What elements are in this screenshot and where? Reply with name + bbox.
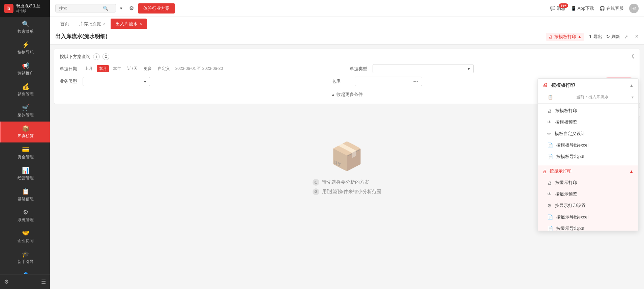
item-custom-icon: ✏ [547, 131, 551, 136]
tab-inventory-batch[interactable]: 库存批次账 × [74, 19, 111, 29]
apps-icon: 🔷 [22, 271, 29, 274]
dropdown-panel-scroll: 🖨 按模板打印 ▲ 📋 当前：出入库流水 ▾ 🖨 按模板打印 [538, 79, 638, 231]
sidebar-item-label: 资金管理 [18, 154, 34, 160]
header-search-box[interactable]: 🔍 [55, 4, 116, 12]
tab-home[interactable]: 首页 [55, 19, 74, 29]
empty-step-2-text: 用[过滤]条件来缩小分析范围 [322, 189, 381, 195]
dropdown-item-display-excel[interactable]: 📄 按显示导出excel [538, 211, 638, 223]
online-service-btn[interactable]: 🎧 在线客服 [599, 5, 624, 11]
app-name: 畅捷通好生意 [16, 3, 40, 9]
search-menu-icon: 🔍 [22, 20, 29, 28]
dropdown-item-display-print[interactable]: 🖨 按显示打印 [538, 177, 638, 188]
item-label: 按显示打印设置 [555, 203, 586, 209]
sidebar-item-system[interactable]: ⚙ 系统管理 [0, 205, 50, 226]
dropdown-item-template-custom[interactable]: ✏ 模板自定义设计 [538, 128, 638, 139]
sidebar-settings-icon[interactable]: ⚙ [4, 279, 9, 285]
date-more[interactable]: 更多 [142, 65, 154, 72]
date-custom[interactable]: 自定义 [156, 65, 172, 72]
close-page-btn[interactable]: × [635, 33, 639, 40]
content-area: 按以下方案查询 + ⚙ 《 单据日期 上月 本月 本年 近7天 更多 [50, 45, 644, 289]
display-print-icon2: 🖨 [547, 180, 552, 185]
template-print-btn[interactable]: 🖨 按模板打印 ▲ [546, 33, 585, 41]
tab-flow-label: 出入库流水 [116, 21, 138, 27]
sidebar-nav: 🔍 搜索菜单 ⚡ 快捷导航 📢 营销推广 💰 销售管理 🛒 采购管理 📦 库存核… [0, 17, 50, 274]
header-search-input[interactable] [59, 6, 103, 11]
maximize-btn[interactable]: ⤢ [624, 34, 628, 40]
app-download-btn[interactable]: 📱 App下载 [571, 5, 594, 11]
export-btn[interactable]: ⬆ 导出 [588, 34, 602, 40]
sidebar-item-search-menu[interactable]: 🔍 搜索菜单 [0, 17, 50, 38]
sidebar-item-finance[interactable]: 💳 资金管理 [0, 142, 50, 163]
dropdown-panel-title: 按模板打印 [551, 82, 575, 88]
page-actions: 🖨 按模板打印 ▲ ⬆ 导出 ↻ 刷新 ⤢ × [546, 33, 639, 41]
operations-icon: 📊 [22, 167, 29, 174]
date-this-month[interactable]: 本月 [97, 65, 109, 72]
sidebar-item-quick-nav[interactable]: ⚡ 快捷导航 [0, 38, 50, 59]
header-dropdown-btn[interactable]: ▾ [120, 6, 122, 11]
enterprise-icon: 🤝 [22, 230, 29, 237]
sidebar-item-guide[interactable]: 🎓 新手引导 [0, 247, 50, 268]
step-num-2: ② [313, 188, 319, 195]
warehouse-more-icon[interactable]: ••• [413, 79, 418, 84]
filter-title: 按以下方案查询 [60, 54, 90, 60]
export-icon: ⬆ [588, 34, 592, 39]
filter-header: 按以下方案查询 + ⚙ 《 [60, 53, 634, 60]
tab-inventory-batch-label: 库存批次账 [79, 21, 101, 27]
sidebar-item-marketing[interactable]: 📢 营销推广 [0, 59, 50, 80]
dropdown-item-template-preview[interactable]: 👁 按模板预览 [538, 116, 638, 128]
warehouse-label: 仓库 [332, 78, 352, 84]
dropdown-panel: 🖨 按模板打印 ▲ 📋 当前：出入库流水 ▾ 🖨 按模板打印 [537, 78, 639, 231]
sidebar-item-purchase[interactable]: 🛒 采购管理 [0, 101, 50, 122]
refresh-btn[interactable]: ↻ 刷新 [606, 34, 620, 40]
sidebar-item-enterprise[interactable]: 🤝 企业协同 [0, 226, 50, 247]
date-last-month[interactable]: 上月 [83, 65, 95, 72]
filter-settings-btn[interactable]: ⚙ [103, 53, 109, 60]
trial-button[interactable]: 体验行业方案 [138, 3, 175, 14]
display-preview-icon: 👁 [547, 191, 552, 197]
sidebar-item-inventory[interactable]: 📦 库存核算 [0, 122, 50, 142]
sidebar-item-label: 营销推广 [18, 71, 34, 76]
header-gear-icon[interactable]: ⚙ [129, 5, 134, 11]
purchase-icon: 🛒 [22, 104, 29, 111]
user-avatar-area[interactable]: Rit [629, 4, 639, 13]
biztype-select[interactable]: ▾ [83, 77, 150, 86]
sidebar-item-label: 经营管理 [18, 175, 34, 181]
dropdown-panel-chevron[interactable]: ▲ [630, 83, 634, 88]
filter-row-1: 单据日期 上月 本月 本年 近7天 更多 自定义 2023-06-01 至 20… [60, 64, 634, 73]
dropdown-item-template-print[interactable]: 🖨 按模板打印 [538, 105, 638, 116]
chevron-up-icon: ▲ [331, 92, 335, 97]
basics-icon: 📋 [22, 188, 29, 195]
doctype-select[interactable]: ▾ [373, 64, 474, 73]
tab-inventory-batch-close[interactable]: × [103, 22, 106, 26]
display-settings-icon: ⚙ [547, 203, 552, 208]
display-header-left: 🖨 按显示打印 [543, 168, 572, 174]
dropdown-item-display-preview[interactable]: 👁 按显示预览 [538, 188, 638, 200]
message-btn[interactable]: 💬 消息 99+ [550, 5, 565, 11]
step-num-1: ① [313, 179, 319, 186]
sales-icon: 💰 [22, 83, 29, 90]
dropdown-item-display-pdf[interactable]: 📄 按显示导出pdf [538, 223, 638, 231]
collapse-more-label: 收起更多条件 [336, 91, 363, 98]
date-last-7days[interactable]: 近7天 [125, 65, 140, 72]
filter-group-biztype: 业务类型 ▾ [60, 77, 326, 86]
warehouse-select[interactable]: ••• [355, 77, 422, 86]
filter-collapse-btn[interactable]: 《 [629, 53, 634, 60]
dropdown-item-template-pdf[interactable]: 📄 按模板导出pdf [538, 151, 638, 162]
item-label: 按显示导出excel [556, 214, 588, 220]
sidebar-item-operations[interactable]: 📊 经营管理 [0, 163, 50, 184]
sidebar-item-sales[interactable]: 💰 销售管理 [0, 80, 50, 101]
refresh-label: 刷新 [611, 34, 620, 40]
app-version: 标准版 [16, 9, 40, 14]
display-print-header[interactable]: 🖨 按显示打印 ▲ [538, 165, 638, 177]
sidebar: b 畅捷通好生意 标准版 🔍 搜索菜单 ⚡ 快捷导航 📢 营销推广 💰 销售管理… [0, 0, 50, 289]
filter-add-btn[interactable]: + [93, 53, 100, 60]
dropdown-item-template-excel[interactable]: 📄 按模板导出excel [538, 139, 638, 151]
sidebar-item-basics[interactable]: 📋 基础信息 [0, 184, 50, 205]
tab-flow[interactable]: 出入库流水 × [111, 19, 147, 29]
tab-flow-close[interactable]: × [140, 22, 142, 26]
item-label: 按模板打印 [555, 108, 577, 114]
sidebar-menu-icon[interactable]: ☰ [41, 279, 46, 285]
dropdown-item-display-settings[interactable]: ⚙ 按显示打印设置 [538, 200, 638, 211]
date-this-year[interactable]: 本年 [111, 65, 123, 72]
sidebar-item-apps[interactable]: 🔷 应用中心 [0, 268, 50, 274]
